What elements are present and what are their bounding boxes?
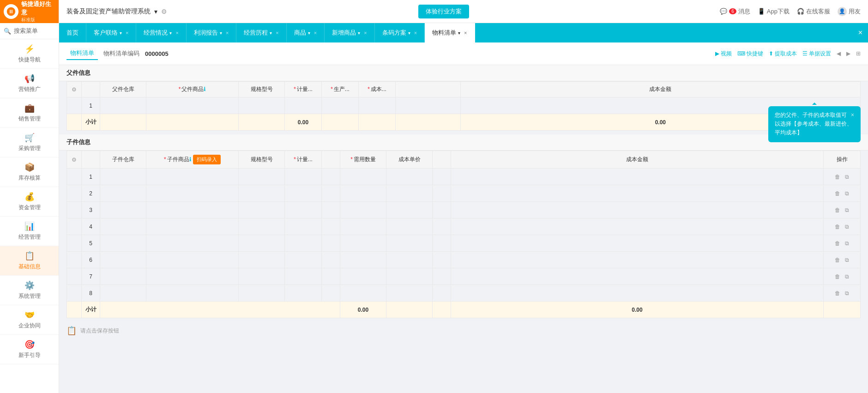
child-row4-warehouse[interactable]	[100, 218, 146, 235]
tab-history[interactable]: 经营历程 ▾ ×	[236, 23, 286, 42]
child-row2-copy-icon[interactable]: ⧉	[845, 190, 849, 197]
child-row6-unitprice[interactable]	[386, 252, 433, 268]
trial-button[interactable]: 体验行业方案	[418, 5, 469, 18]
child-row3-unitprice[interactable]	[386, 202, 433, 218]
parent-row1-spec[interactable]	[239, 97, 285, 114]
tab-newproduct-close[interactable]: ×	[364, 30, 367, 36]
child-settings-icon[interactable]: ⚙	[72, 157, 77, 163]
tab-ops-close[interactable]: ×	[175, 30, 178, 36]
child-row2-unitprice[interactable]	[386, 185, 433, 202]
dropdown-icon[interactable]: ▾	[154, 8, 157, 15]
child-row7-unitprice[interactable]	[386, 268, 433, 285]
scan-input-btn[interactable]: 扫码录入	[193, 155, 221, 164]
child-row3-qty[interactable]	[340, 202, 386, 218]
child-row2-product[interactable]	[146, 185, 239, 202]
child-row6-copy-icon[interactable]: ⧉	[845, 257, 849, 263]
child-row1-copy-icon[interactable]: ⧉	[845, 174, 849, 180]
child-row7-spec[interactable]	[239, 268, 285, 285]
child-row1-unitprice[interactable]	[386, 169, 433, 185]
child-row4-delete-icon[interactable]: 🗑	[835, 224, 840, 230]
tab-operations-status[interactable]: 经营情况 ▾ ×	[136, 23, 186, 42]
child-row6-qty[interactable]	[340, 252, 386, 268]
child-row7-unit[interactable]	[285, 268, 322, 285]
child-row3-spec[interactable]	[239, 202, 285, 218]
child-row8-product[interactable]	[146, 285, 239, 302]
sidebar-item-purchase[interactable]: 🛒 采购管理	[0, 128, 59, 157]
tab-new-product[interactable]: 新增商品 ▾ ×	[325, 23, 374, 42]
child-row5-qty[interactable]	[340, 235, 386, 252]
tab-customer[interactable]: 客户联络 ▾ ×	[86, 23, 136, 42]
single-settings-btn[interactable]: ☰ 单据设置	[802, 50, 831, 58]
child-row8-warehouse[interactable]	[100, 285, 146, 302]
child-row4-copy-icon[interactable]: ⧉	[845, 224, 849, 230]
child-row6-delete-icon[interactable]: 🗑	[835, 257, 840, 263]
tab-product[interactable]: 商品 ▾ ×	[287, 23, 325, 42]
child-row3-product[interactable]	[146, 202, 239, 218]
child-row8-unit[interactable]	[285, 285, 322, 302]
child-row8-qty[interactable]	[340, 285, 386, 302]
child-row3-delete-icon[interactable]: 🗑	[835, 207, 840, 213]
sub-tab-bom[interactable]: 物料清单	[66, 47, 98, 60]
child-row1-spec[interactable]	[239, 169, 285, 185]
child-row6-product[interactable]	[146, 252, 239, 268]
child-row4-unit[interactable]	[285, 218, 322, 235]
child-row1-qty[interactable]	[340, 169, 386, 185]
child-row5-delete-icon[interactable]: 🗑	[835, 240, 840, 247]
child-row3-unit[interactable]	[285, 202, 322, 218]
child-row7-copy-icon[interactable]: ⧉	[845, 273, 849, 280]
child-row7-delete-icon[interactable]: 🗑	[835, 273, 840, 280]
nav-expand-btn[interactable]: ⊞	[856, 50, 861, 57]
nav-prev-btn[interactable]: ◀	[837, 50, 841, 57]
child-row5-unit[interactable]	[285, 235, 322, 252]
parent-row1-product[interactable]	[146, 97, 239, 114]
tab-product-close[interactable]: ×	[314, 30, 317, 36]
child-row3-copy-icon[interactable]: ⧉	[845, 207, 849, 213]
sidebar-item-system[interactable]: ⚙️ 系统管理	[0, 276, 59, 305]
tab-customer-close[interactable]: ×	[126, 30, 128, 36]
sidebar-item-quick-nav[interactable]: ⚡ 快捷导航	[0, 39, 59, 69]
child-row8-spec[interactable]	[239, 285, 285, 302]
child-row3-warehouse[interactable]	[100, 202, 146, 218]
sidebar-item-marketing[interactable]: 📢 营销推广	[0, 69, 59, 98]
child-row7-product[interactable]	[146, 268, 239, 285]
online-service-button[interactable]: 🎧 在线客服	[797, 7, 830, 16]
child-row2-delete-icon[interactable]: 🗑	[835, 190, 840, 197]
sidebar-item-guide[interactable]: 🎯 新手引导	[0, 335, 59, 364]
tab-close-all[interactable]: ×	[853, 29, 868, 37]
parent-settings-icon[interactable]: ⚙	[72, 86, 77, 93]
child-row8-unitprice[interactable]	[386, 285, 433, 302]
app-download-button[interactable]: 📱 App下载	[758, 7, 790, 16]
tab-home[interactable]: 首页	[59, 23, 86, 42]
tooltip-close-btn[interactable]: ×	[851, 111, 854, 120]
child-row6-warehouse[interactable]	[100, 252, 146, 268]
nav-next-btn[interactable]: ▶	[846, 50, 850, 57]
sidebar-item-finance[interactable]: 💰 资金管理	[0, 187, 59, 217]
shortcut-btn[interactable]: ⌨ 快捷键	[737, 50, 763, 58]
child-row2-unit[interactable]	[285, 185, 322, 202]
child-row1-warehouse[interactable]	[100, 169, 146, 185]
tab-barcode[interactable]: 条码方案 ▾ ×	[375, 23, 425, 42]
sidebar-item-basic-info[interactable]: 📋 基础信息	[0, 246, 59, 276]
tab-bom-close[interactable]: ×	[464, 30, 467, 36]
parent-row1-unit[interactable]	[285, 97, 322, 114]
child-row2-warehouse[interactable]	[100, 185, 146, 202]
child-row5-warehouse[interactable]	[100, 235, 146, 252]
message-button[interactable]: 💬 6 消息	[720, 7, 750, 16]
child-row1-product[interactable]	[146, 169, 239, 185]
user-menu[interactable]: 👤 用友	[838, 7, 861, 16]
tab-bom[interactable]: 物料清单 ▾ ×	[425, 23, 475, 42]
extract-cost-btn[interactable]: ⬆ 提取成本	[769, 50, 797, 58]
child-row1-delete-icon[interactable]: 🗑	[835, 174, 840, 180]
parent-product-info-icon[interactable]: ℹ	[204, 86, 206, 92]
sidebar-item-operations[interactable]: 📊 经营管理	[0, 217, 59, 246]
search-menu-item[interactable]: 🔍 搜索菜单	[0, 23, 59, 39]
child-row2-qty[interactable]	[340, 185, 386, 202]
tab-barcode-close[interactable]: ×	[414, 30, 417, 36]
child-row4-product[interactable]	[146, 218, 239, 235]
child-row6-unit[interactable]	[285, 252, 322, 268]
child-row7-warehouse[interactable]	[100, 268, 146, 285]
settings-gear-icon[interactable]: ⚙	[161, 8, 167, 15]
view-btn[interactable]: ▶ 视频	[715, 50, 732, 58]
tab-profit[interactable]: 利润报告 ▾ ×	[187, 23, 236, 42]
child-row6-spec[interactable]	[239, 252, 285, 268]
